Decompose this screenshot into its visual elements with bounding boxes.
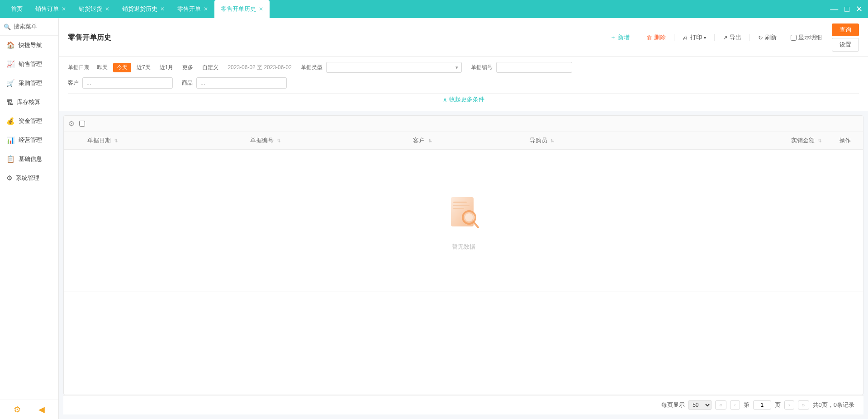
th-guide[interactable]: 导购员 ⇅ — [524, 132, 664, 150]
date-btn-today[interactable]: 今天 — [113, 63, 131, 72]
th-amount[interactable]: 实销金额 ⇅ — [664, 132, 827, 150]
query-button[interactable]: 查询 — [832, 24, 859, 36]
tab-sales-return[interactable]: 销货退货 ✕ — [72, 0, 116, 18]
pagination-bar: 每页显示 50 100 200 « ‹ 第 页 › » 共0页，0条记录 — [63, 395, 863, 414]
th-guide-sort-icon: ⇅ — [550, 138, 554, 143]
refresh-label: 刷新 — [765, 33, 777, 42]
total-info: 共0页，0条记录 — [813, 401, 854, 409]
print-button[interactable]: 🖨 打印 ▾ — [680, 32, 709, 43]
th-date[interactable]: 单据日期 ⇅ — [82, 132, 245, 150]
delete-button[interactable]: 🗑 删除 — [644, 32, 669, 43]
toolbar-divider-5 — [785, 34, 785, 41]
goods-placeholder: ... — [200, 80, 205, 86]
sidebar-item-sales-mgmt[interactable]: 📈 销售管理 — [0, 55, 58, 74]
table-head: 单据日期 ⇅ 单据编号 ⇅ 客户 ⇅ 导购员 ⇅ — [64, 132, 863, 150]
toolbar: ＋ 新增 🗑 删除 🖨 打印 ▾ — [607, 24, 859, 52]
print-arrow-icon: ▾ — [704, 35, 706, 40]
next-page-button[interactable]: › — [784, 400, 794, 410]
tab-retail-open-history-close[interactable]: ✕ — [259, 6, 263, 12]
svg-point-5 — [465, 213, 473, 221]
date-btn-1month[interactable]: 近1月 — [156, 63, 177, 72]
docno-filter-label: 单据编号 — [471, 64, 493, 71]
th-guide-label: 导购员 — [530, 137, 547, 144]
tab-sales-return-history[interactable]: 销货退货历史 ✕ — [116, 0, 171, 18]
add-icon: ＋ — [610, 33, 616, 42]
display-cols-button[interactable]: 显示明细 — [791, 33, 822, 42]
doctype-filter-label: 单据类型 — [301, 64, 323, 71]
date-btn-custom[interactable]: 自定义 — [199, 63, 222, 72]
finance-icon: 💰 — [6, 117, 15, 125]
refresh-button[interactable]: ↻ 刷新 — [755, 32, 779, 43]
per-page-label: 每页显示 — [661, 401, 685, 409]
maximize-icon[interactable]: □ — [844, 4, 850, 15]
page-label: 第 — [744, 401, 749, 409]
sidebar-item-quick-nav[interactable]: 🏠 快捷导航 — [0, 36, 58, 55]
filter-date-field: 单据日期 昨天 今天 近7天 近1月 更多 自定义 2023-06-02 至 2… — [68, 63, 292, 72]
sidebar-item-finance[interactable]: 💰 资金管理 — [0, 112, 58, 131]
sidebar-item-base-info[interactable]: 📋 基础信息 — [0, 150, 58, 169]
doctype-select[interactable] — [326, 62, 462, 73]
table-settings-icon[interactable]: ⚙ — [68, 119, 75, 128]
delete-label: 删除 — [654, 33, 666, 42]
th-no[interactable]: 单据编号 ⇅ — [245, 132, 408, 150]
customer-select-btn[interactable]: ... — [82, 77, 173, 89]
date-btn-more[interactable]: 更多 — [179, 63, 197, 72]
th-ops: 操作 — [827, 132, 863, 150]
tab-home[interactable]: 首页 — [5, 0, 29, 18]
th-customer[interactable]: 客户 ⇅ — [408, 132, 524, 150]
tab-retail-open-close[interactable]: ✕ — [204, 6, 208, 12]
docno-input[interactable] — [496, 62, 572, 73]
tab-retail-open[interactable]: 零售开单 ✕ — [171, 0, 214, 18]
filter-goods-field: 商品 ... — [182, 77, 287, 89]
page-number-input[interactable] — [753, 400, 771, 410]
add-button[interactable]: ＋ 新增 — [607, 32, 632, 43]
select-all-checkbox[interactable] — [79, 121, 85, 127]
date-btn-7days[interactable]: 近7天 — [133, 63, 154, 72]
refresh-icon: ↻ — [758, 34, 763, 41]
delete-icon: 🗑 — [646, 34, 652, 41]
close-window-icon[interactable]: ✕ — [855, 3, 863, 15]
table-header-row: 单据日期 ⇅ 单据编号 ⇅ 客户 ⇅ 导购员 ⇅ — [64, 132, 863, 150]
th-date-sort-icon: ⇅ — [114, 138, 118, 143]
sidebar-item-system-label: 系统管理 — [16, 174, 39, 182]
last-page-button[interactable]: » — [798, 400, 809, 410]
tab-retail-open-history[interactable]: 零售开单历史 ✕ — [214, 0, 270, 18]
filter-docno-field: 单据编号 — [471, 62, 572, 73]
sidebar-item-inventory[interactable]: 🏗 库存核算 — [0, 93, 58, 112]
main-layout: 🔍 搜索菜单 🏠 快捷导航 📈 销售管理 🛒 采购管理 🏗 库存核算 💰 资金管… — [0, 18, 868, 419]
table-body: 暂无数据 — [64, 150, 863, 292]
sidebar-settings-icon[interactable]: ⚙ — [14, 405, 21, 414]
sidebar-search[interactable]: 🔍 搜索菜单 — [0, 18, 58, 36]
tab-sales-order-close[interactable]: ✕ — [62, 6, 66, 12]
tab-sales-return-close[interactable]: ✕ — [105, 6, 109, 12]
empty-text: 暂无数据 — [452, 243, 475, 251]
doctype-select-wrap: ▾ — [326, 62, 462, 73]
display-cols-checkbox[interactable] — [791, 35, 797, 41]
setting-button[interactable]: 设置 — [832, 38, 859, 52]
per-page-select[interactable]: 50 100 200 — [688, 400, 711, 410]
tab-sales-order-label: 销售订单 — [35, 5, 59, 13]
date-btn-yesterday[interactable]: 昨天 — [93, 63, 111, 72]
tab-retail-open-history-label: 零售开单历史 — [221, 5, 256, 13]
table-toolbar: ⚙ — [64, 116, 863, 132]
collapse-button[interactable]: ∧ 收起更多条件 — [443, 95, 484, 104]
inventory-icon: 🏗 — [6, 99, 13, 106]
first-page-button[interactable]: « — [715, 400, 726, 410]
sidebar-collapse-icon[interactable]: ◀ — [38, 405, 45, 414]
prev-page-button[interactable]: ‹ — [730, 400, 740, 410]
goods-select-btn[interactable]: ... — [196, 77, 287, 89]
toolbar-divider-2 — [674, 34, 674, 41]
tab-sales-order[interactable]: 销售订单 ✕ — [29, 0, 72, 18]
sidebar-item-system[interactable]: ⚙ 系统管理 — [0, 169, 58, 188]
export-button[interactable]: ↗ 导出 — [720, 32, 744, 43]
svg-rect-2 — [453, 205, 470, 206]
page-of-label: 页 — [775, 401, 781, 409]
tab-sales-return-history-close[interactable]: ✕ — [160, 6, 165, 12]
minimize-icon[interactable]: — — [829, 4, 839, 15]
sidebar-item-operations[interactable]: 📊 经营管理 — [0, 131, 58, 150]
th-customer-sort-icon: ⇅ — [428, 138, 432, 143]
sidebar-item-purchase-mgmt[interactable]: 🛒 采购管理 — [0, 74, 58, 93]
display-cols-label: 显示明细 — [798, 33, 822, 42]
tab-retail-open-label: 零售开单 — [177, 5, 201, 13]
sidebar-item-purchase-mgmt-label: 采购管理 — [19, 79, 42, 87]
